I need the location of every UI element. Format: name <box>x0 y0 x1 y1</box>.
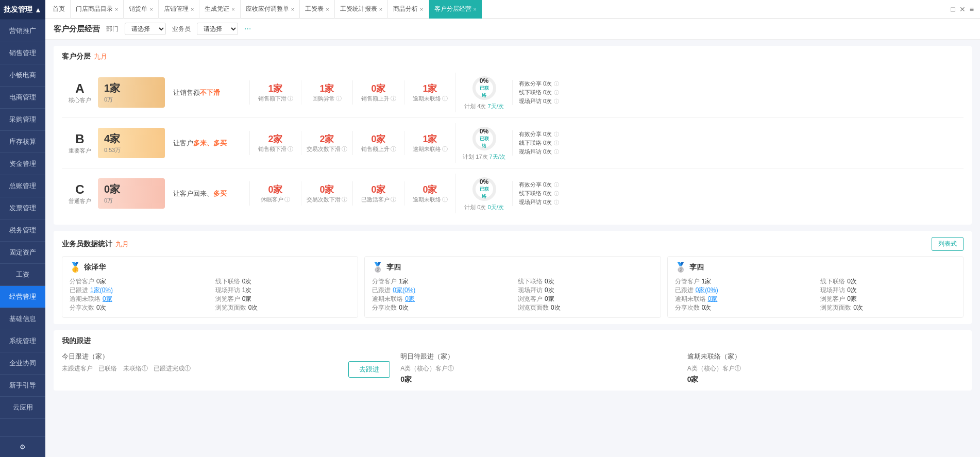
tab-close-voucher[interactable]: × <box>231 6 234 12</box>
tab-close-customer_tier[interactable]: × <box>474 6 477 12</box>
sidebar-top-label[interactable]: 批发管理 ▲ <box>0 0 45 20</box>
tier-circle-C: 0% 已联络 计划 0次 0天/次 <box>455 174 512 213</box>
tier-stat-A-3: 1家逾期未联络 ⓘ <box>404 80 455 105</box>
staff-card-header-2: 🥈李四 <box>675 262 956 273</box>
list-view-button[interactable]: 列表式 <box>932 237 964 251</box>
tab-close-shop_products[interactable]: × <box>115 6 118 12</box>
sidebar-item-kucun[interactable]: 库存核算 <box>0 131 45 153</box>
tier-stat-C-0: 0家休眠客户 ⓘ <box>249 181 301 206</box>
tab-close-sales_order[interactable]: × <box>149 6 153 12</box>
close-all-icon[interactable]: ✕ <box>959 5 966 13</box>
staff-stat-right-0-2: 浏览客户0家 <box>215 295 351 303</box>
staff-stat-right-1-3: 浏览页面数0次 <box>518 303 653 312</box>
dept-select[interactable]: 请选择 <box>125 23 166 35</box>
sidebar-item-jichu[interactable]: 基础信息 <box>0 308 45 330</box>
biz-section-title: 业务员数据统计 九月 <box>62 240 129 249</box>
sidebar-settings[interactable]: ⚙ <box>0 436 45 457</box>
staff-stat-right-0-0: 线下联络0次 <box>215 277 351 286</box>
circle-chart-B: 0% 已联络 <box>471 125 498 152</box>
staff-stat-left-1-1: 已跟进0家(0%) <box>372 286 508 295</box>
tier-stat-A-0: 1家销售额下滑 ⓘ <box>249 80 301 105</box>
tab-close-store_mgmt[interactable]: × <box>191 6 194 12</box>
customer-tier-title: 客户分层 九月 <box>62 52 964 61</box>
tier-row-B: B重要客户4家0.53万让客户多来、多买2家销售额下滑 ⓘ2家交易次数下滑 ⓘ0… <box>62 118 964 168</box>
tab-receivable[interactable]: 应收应付调整单× <box>241 0 300 19</box>
sidebar-item-gongzi[interactable]: 工资 <box>0 264 45 286</box>
staff-name-1: 李四 <box>386 263 401 272</box>
sidebar-item-gudingzichan[interactable]: 固定资产 <box>0 242 45 264</box>
circle-chart-C: 0% 已联络 <box>471 176 498 202</box>
tab-payroll[interactable]: 工资表× <box>300 0 334 19</box>
circle-plan-A: 计划 4次 7天/次 <box>464 103 503 110</box>
right-stat-B-0: 有效分享 0次 ⓘ <box>519 130 964 138</box>
main-area: 首页门店商品目录×销货单×店铺管理×生成凭证×应收应付调整单×工资表×工资统计报… <box>45 0 980 457</box>
staff-stat-left-1-3: 分享次数0次 <box>372 303 508 312</box>
right-stat-A-1: 线下联络 0次 ⓘ <box>519 89 964 96</box>
customer-month-badge: 九月 <box>94 52 107 61</box>
right-stat-A-2: 现场拜访 0次 ⓘ <box>519 97 964 105</box>
sidebar-item-diangshang[interactable]: 电商管理 <box>0 87 45 109</box>
biz-section-header: 业务员数据统计 九月 列表式 <box>62 237 964 251</box>
staff-card-header-1: 🥈李四 <box>372 262 653 273</box>
tab-payroll_report[interactable]: 工资统计报表× <box>335 0 388 19</box>
tab-close-receivable[interactable]: × <box>291 6 294 12</box>
sidebar-item-xiaodian[interactable]: 小畅电商 <box>0 64 45 87</box>
tab-bar-actions: □ ✕ ≡ <box>951 5 978 13</box>
sidebar-item-caigou[interactable]: 采购管理 <box>0 109 45 131</box>
page-content: 客户分层 九月 A核心客户1家0万让销售额不下滑1家销售额下滑 ⓘ1家回购异常 … <box>45 40 980 457</box>
staff-card-1: 🥈李四分管客户1家已跟进0家(0%)逾期未联络0家分享次数0次线下联络0次现场拜… <box>364 256 661 318</box>
sidebar-item-zongzhang[interactable]: 总账管理 <box>0 175 45 197</box>
tier-stat-B-1: 2家交易次数下滑 ⓘ <box>301 131 352 155</box>
sidebar-item-yun[interactable]: 云应用 <box>0 397 45 419</box>
tier-stat-B-0: 2家销售额下滑 ⓘ <box>249 131 301 155</box>
sidebar-item-yingxiao[interactable]: 营销推广 <box>0 20 45 42</box>
more-filter-icon[interactable]: ··· <box>244 24 251 33</box>
sidebar-item-xinshou[interactable]: 新手引导 <box>0 375 45 397</box>
sidebar-item-shuiwu[interactable]: 税务管理 <box>0 219 45 242</box>
sidebar-item-qiye[interactable]: 企业协同 <box>0 352 45 375</box>
menu-icon[interactable]: ≡ <box>970 5 974 13</box>
followup-section: 我的跟进 今日跟进（家） 未跟进客户 已联络 未联络① 已跟进完成① 去跟进 明… <box>54 330 972 391</box>
tab-close-payroll_report[interactable]: × <box>379 6 382 12</box>
staff-stat-left-0-3: 分享次数0次 <box>70 303 205 312</box>
staff-stat-right-1-0: 线下联络0次 <box>518 277 653 286</box>
staff-card-header-0: 🥇徐泽华 <box>70 262 350 273</box>
staff-stat-left-2-3: 分享次数0次 <box>675 303 810 312</box>
staff-stat-right-2-0: 线下联络0次 <box>820 277 956 286</box>
maximize-icon[interactable]: □ <box>951 5 955 13</box>
today-followup-col: 今日跟进（家） 未跟进客户 已联络 未联络① 已跟进完成① <box>62 352 338 373</box>
circle-plan-B: 计划 17次 7天/次 <box>463 153 505 161</box>
tab-voucher[interactable]: 生成凭证× <box>199 0 240 19</box>
tier-right-stats-B: 有效分享 0次 ⓘ线下联络 0次 ⓘ现场拜访 0次 ⓘ <box>512 130 964 156</box>
tomorrow-followup-title: 明日待跟进（家） <box>400 352 677 361</box>
staff-stat-left-2-1: 已跟进0家(0%) <box>675 286 810 295</box>
tier-action-A: 让销售额不下滑 <box>173 88 245 97</box>
staff-select[interactable]: 请选择 <box>197 23 238 35</box>
biz-month-badge: 九月 <box>115 240 129 249</box>
tab-close-payroll[interactable]: × <box>326 6 329 12</box>
staff-stat-left-0-0: 分管客户0家 <box>70 277 205 286</box>
go-followup-button[interactable]: 去跟进 <box>348 361 390 378</box>
page-title: 客户分层经营 <box>54 24 100 34</box>
tier-right-stats-A: 有效分享 0次 ⓘ线下联络 0次 ⓘ现场拜访 0次 ⓘ <box>512 80 964 105</box>
tab-customer_tier[interactable]: 客户分层经营× <box>429 0 482 19</box>
tab-shop_products[interactable]: 门店商品目录× <box>71 0 124 19</box>
circle-chart-A: 0% 已联络 <box>471 75 498 101</box>
sidebar-item-zijin[interactable]: 资金管理 <box>0 153 45 175</box>
staff-stat-right-2-2: 浏览客户0家 <box>820 295 956 303</box>
dept-label: 部门 <box>106 25 119 33</box>
sidebar-item-jingying[interactable]: 经营管理 <box>0 286 45 308</box>
tab-sales_order[interactable]: 销货单× <box>124 0 158 19</box>
tab-store_mgmt[interactable]: 店铺管理× <box>159 0 199 19</box>
tab-close-goods_analysis[interactable]: × <box>420 6 423 12</box>
tab-goods_analysis[interactable]: 商品分析× <box>388 0 429 19</box>
sidebar-item-xiaoshou[interactable]: 销售管理 <box>0 42 45 64</box>
right-stat-C-0: 有效分享 0次 ⓘ <box>519 181 964 189</box>
staff-stat-left-0-1: 已跟进1家(0%) <box>70 286 205 295</box>
sidebar-item-fapiao[interactable]: 发票管理 <box>0 197 45 219</box>
tier-row-A: A核心客户1家0万让销售额不下滑1家销售额下滑 ⓘ1家回购异常 ⓘ0家销售额上升… <box>62 67 964 118</box>
overdue-followup-title: 逾期未联络（家） <box>687 352 964 361</box>
staff-stat-right-1-2: 浏览客户0家 <box>518 295 653 303</box>
sidebar-item-xitong[interactable]: 系统管理 <box>0 330 45 352</box>
tab-home[interactable]: 首页 <box>47 0 71 19</box>
